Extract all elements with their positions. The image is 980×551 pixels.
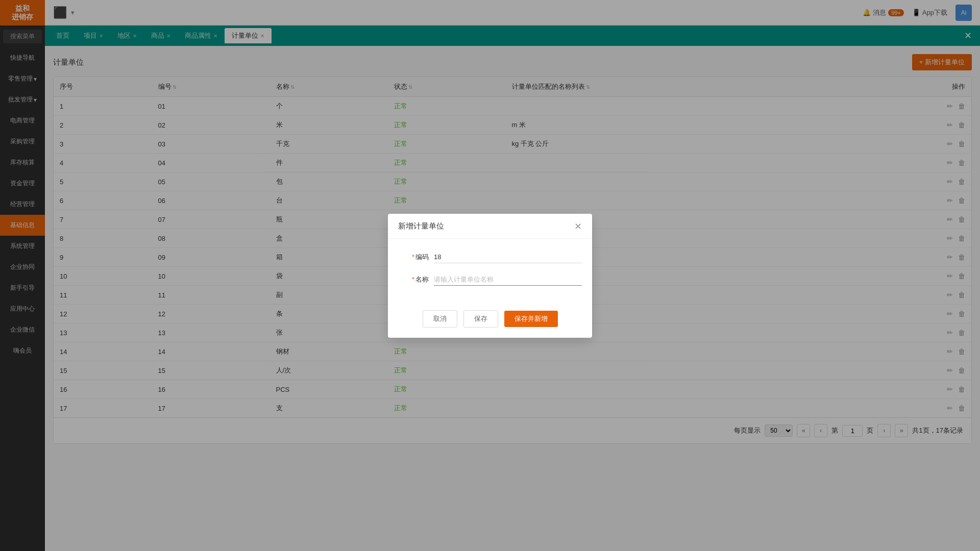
modal-footer: 取消 保存 保存并新增 (388, 304, 592, 338)
modal-close-btn[interactable]: ✕ (574, 221, 582, 232)
modal-body: *编码 *名称 (388, 239, 592, 304)
required-star-name: * (412, 276, 414, 283)
modal-overlay[interactable]: 新增计量单位 ✕ *编码 *名称 取消 保存 保存并新增 (0, 0, 980, 551)
name-input[interactable] (434, 273, 582, 286)
cancel-btn[interactable]: 取消 (423, 310, 457, 328)
modal-title: 新增计量单位 (398, 221, 444, 231)
add-unit-modal: 新增计量单位 ✕ *编码 *名称 取消 保存 保存并新增 (388, 214, 592, 338)
code-input[interactable] (434, 251, 582, 263)
name-label: *名称 (398, 275, 429, 284)
form-row-name: *名称 (398, 273, 582, 286)
required-star: * (412, 253, 414, 261)
save-new-btn[interactable]: 保存并新增 (504, 311, 558, 327)
code-label: *编码 (398, 253, 429, 262)
modal-header: 新增计量单位 ✕ (388, 214, 592, 239)
save-btn[interactable]: 保存 (463, 310, 498, 328)
form-row-code: *编码 (398, 251, 582, 263)
